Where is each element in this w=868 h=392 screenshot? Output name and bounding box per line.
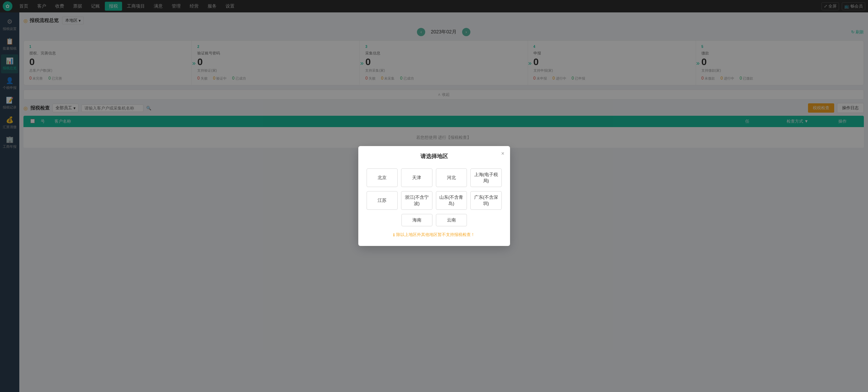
modal-title: 请选择地区 (358, 146, 510, 160)
region-btn-shandong[interactable]: 山东(不含青岛) (436, 191, 467, 210)
region-btn-beijing[interactable]: 北京 (367, 168, 398, 187)
region-btn-shanghai[interactable]: 上海(电子税局) (470, 168, 502, 187)
region-btn-tianjin[interactable]: 天津 (401, 168, 432, 187)
region-btn-yunnan[interactable]: 云南 (436, 214, 467, 226)
region-btn-hainan[interactable]: 海南 (401, 214, 432, 226)
modal-overlay[interactable]: 请选择地区 × 北京 天津 河北 上海(电子税局) 江苏 浙江(不含宁波) 山东… (0, 0, 868, 392)
modal-close-button[interactable]: × (501, 151, 504, 156)
region-btn-hebei[interactable]: 河北 (436, 168, 467, 187)
region-row-1: 北京 天津 河北 上海(电子税局) (367, 168, 502, 187)
region-select-modal: 请选择地区 × 北京 天津 河北 上海(电子税局) 江苏 浙江(不含宁波) 山东… (358, 146, 510, 246)
region-row-3: 海南 云南 (367, 214, 502, 226)
region-btn-guangdong[interactable]: 广东(不含深圳) (470, 191, 502, 210)
modal-body: 北京 天津 河北 上海(电子税局) 江苏 浙江(不含宁波) 山东(不含青岛) 广… (358, 160, 510, 246)
modal-warning: ℹ 除以上地区外其他地区暂不支持报税检查！ (367, 232, 502, 238)
region-btn-jiangsu[interactable]: 江苏 (367, 191, 398, 210)
warning-text: 除以上地区外其他地区暂不支持报税检查！ (396, 232, 475, 238)
region-row-2: 江苏 浙江(不含宁波) 山东(不含青岛) 广东(不含深圳) (367, 191, 502, 210)
warning-icon: ℹ (393, 233, 395, 237)
region-btn-zhejiang[interactable]: 浙江(不含宁波) (401, 191, 432, 210)
